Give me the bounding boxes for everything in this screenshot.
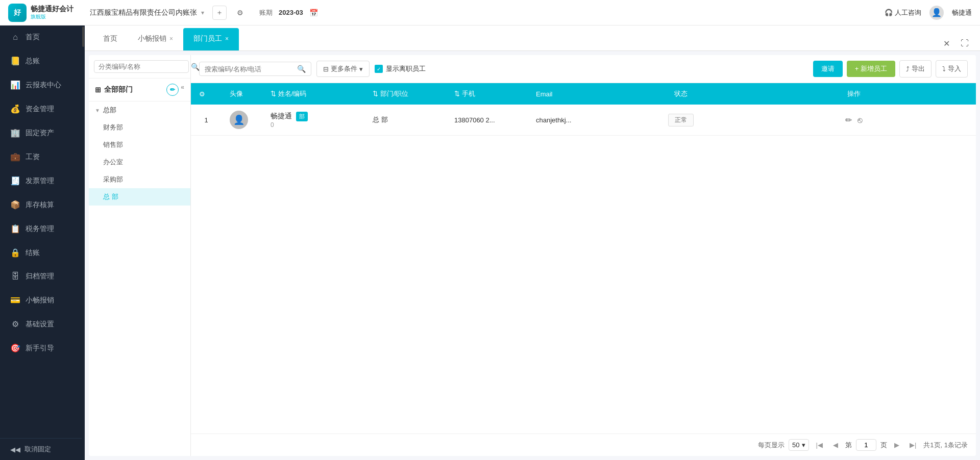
- more-filter-button[interactable]: ⊟ 更多条件 ▾: [316, 61, 370, 77]
- collapse-button[interactable]: «: [181, 84, 184, 96]
- edit-employee-button[interactable]: ✏: [845, 116, 852, 124]
- dept-item-bangongshi[interactable]: 办公室: [89, 154, 190, 171]
- sidebar-label-ledger: 总账: [26, 57, 40, 66]
- col-avatar: 头像: [222, 83, 262, 105]
- dept-caiwubu-label: 财务部: [103, 123, 123, 131]
- dept-xiaoshoubu-label: 销售部: [103, 141, 123, 148]
- add-employee-button[interactable]: + 新增员工: [847, 61, 895, 77]
- col-settings[interactable]: ⚙: [191, 83, 222, 105]
- col-name[interactable]: ⇅ 姓名/编码: [262, 83, 364, 105]
- calendar-icon[interactable]: 📅: [309, 9, 318, 17]
- employee-toolbar: 🔍 ⊟ 更多条件 ▾ ✓ 显示离职员工 邀请 + 新增员工: [191, 55, 976, 83]
- sidebar-item-salary[interactable]: 💼 工资: [0, 145, 82, 169]
- employee-table-container: ⚙ 头像 ⇅ 姓名/编码 ⇅ 部门/职位 ⇅ 手机: [191, 83, 976, 433]
- sidebar-scroll-thumb: [82, 27, 84, 47]
- dept-item-caigoubu[interactable]: 采购部: [89, 171, 190, 188]
- sidebar-item-reports[interactable]: 📊 云报表中心: [0, 73, 82, 97]
- sidebar-item-home[interactable]: ⌂ 首页: [0, 25, 82, 49]
- tab-bumen-close[interactable]: ×: [225, 35, 229, 42]
- logo-icon: 好: [8, 4, 27, 22]
- per-page-dropdown-icon: ▾: [802, 441, 805, 449]
- col-phone[interactable]: ⇅ 手机: [446, 83, 528, 105]
- import-button[interactable]: ⤵ 导入: [936, 60, 968, 78]
- sidebar-item-ledger[interactable]: 📒 总账: [0, 49, 82, 73]
- dept-zongbu-label: 总部: [103, 106, 116, 115]
- sidebar-item-funds[interactable]: 💰 资金管理: [0, 97, 82, 121]
- table-footer: 每页显示 50 ▾ |◀ ◀ 第 页 ▶ ▶| 共1页, 1条记录: [191, 433, 976, 456]
- dept-item-zongbu-sub[interactable]: 总 部: [89, 188, 190, 206]
- sidebar-item-guide[interactable]: 🎯 新手引导: [0, 336, 82, 360]
- archive-icon: 🗄: [10, 272, 20, 281]
- ledger-icon: 📒: [10, 56, 20, 66]
- tab-home-label: 首页: [103, 34, 117, 43]
- company-dropdown-icon[interactable]: ▾: [201, 9, 204, 16]
- sidebar-label-archive: 归档管理: [26, 272, 54, 281]
- dept-panel: 🔍 ⊞ 全部部门 ✏ « ▼ 总部: [89, 55, 191, 456]
- filter-dropdown-icon: ▾: [359, 65, 363, 73]
- page-number-input[interactable]: [856, 439, 876, 451]
- next-page-button[interactable]: ▶: [891, 440, 902, 450]
- settings-icon[interactable]: ⚙: [233, 6, 247, 20]
- logout-employee-button[interactable]: ⎋: [857, 116, 863, 124]
- toolbar-right: 邀请 + 新增员工 ⤴ 导出 ⤵ 导入: [813, 60, 968, 78]
- row-phone: 13807060 2...: [446, 105, 528, 136]
- support-button[interactable]: 🎧 人工咨询: [885, 8, 921, 17]
- user-name: 畅捷通: [952, 8, 972, 17]
- sidebar-label-funds: 资金管理: [26, 105, 54, 114]
- page-label: 页: [880, 441, 887, 450]
- row-index: 1: [191, 105, 222, 136]
- sidebar-item-assets[interactable]: 🏢 固定资产: [0, 121, 82, 145]
- tab-bumenyuangong[interactable]: 部门员工 ×: [183, 28, 239, 50]
- sidebar-item-settings[interactable]: ⚙ 基础设置: [0, 312, 82, 336]
- invite-button[interactable]: 邀请: [813, 61, 843, 77]
- employee-area: 🔍 ⊟ 更多条件 ▾ ✓ 显示离职员工 邀请 + 新增员工: [191, 55, 976, 456]
- row-actions: ✏ ⎋: [732, 105, 976, 136]
- sidebar-item-xiaochang[interactable]: 💳 小畅报销: [0, 288, 82, 312]
- tab-xiaochang-close[interactable]: ×: [169, 35, 173, 42]
- expand-tab-button[interactable]: ⛶: [958, 36, 972, 50]
- dept-search-input[interactable]: [94, 60, 189, 73]
- import-label: 导入: [948, 64, 961, 73]
- per-page-select[interactable]: 50 ▾: [789, 439, 808, 451]
- period-label: 账期: [259, 8, 273, 17]
- sidebar-item-close[interactable]: 🔒 结账: [0, 241, 82, 265]
- sidebar-scrollbar[interactable]: [82, 25, 85, 460]
- tab-xiaochangbaoxiao[interactable]: 小畅报销 ×: [128, 28, 183, 50]
- logo-text-block: 畅捷通好会计 旗舰版: [31, 5, 74, 20]
- col-email: Email: [528, 83, 630, 105]
- export-button[interactable]: ⤴ 导出: [899, 60, 932, 78]
- tab-home[interactable]: 首页: [93, 28, 128, 50]
- dept-zongbu-sub-label: 总 部: [103, 193, 118, 200]
- close-tab-button[interactable]: ✕: [939, 36, 953, 50]
- import-icon: ⤵: [942, 65, 946, 73]
- sidebar-item-archive[interactable]: 🗄 归档管理: [0, 265, 82, 288]
- dept-item-caiwubu[interactable]: 财务部: [89, 119, 190, 136]
- add-tab-button[interactable]: ＋: [212, 6, 227, 20]
- dept-item-xiaoshoubu[interactable]: 销售部: [89, 136, 190, 154]
- employee-search-input[interactable]: [205, 65, 297, 73]
- show-resigned-checkbox[interactable]: ✓: [375, 65, 383, 73]
- last-page-button[interactable]: ▶|: [906, 440, 919, 450]
- prev-page-button[interactable]: ◀: [830, 440, 841, 450]
- logo-area: 好 畅捷通好会计 旗舰版: [8, 4, 90, 22]
- home-icon: ⌂: [10, 33, 20, 42]
- employee-name: 畅捷通: [271, 112, 292, 121]
- add-dept-button[interactable]: ✏: [166, 84, 179, 96]
- first-page-button[interactable]: |◀: [813, 440, 826, 450]
- sidebar-item-invoice[interactable]: 🧾 发票管理: [0, 169, 82, 193]
- per-page-value: 50: [792, 441, 799, 449]
- page-content: 🔍 ⊞ 全部部门 ✏ « ▼ 总部: [89, 55, 976, 456]
- cancel-fixed-label: 取消固定: [24, 445, 51, 454]
- sidebar-item-inventory[interactable]: 📦 库存核算: [0, 193, 82, 217]
- per-page-label: 每页显示: [758, 441, 785, 450]
- show-resigned-toggle[interactable]: ✓ 显示离职员工: [375, 64, 426, 73]
- dept-item-zongbu[interactable]: ▼ 总部: [89, 101, 190, 119]
- tree-arrow-icon: ▼: [95, 108, 100, 113]
- dept-header-left: ⊞ 全部部门: [95, 85, 133, 94]
- employee-search-icon[interactable]: 🔍: [297, 65, 306, 73]
- col-dept[interactable]: ⇅ 部门/职位: [364, 83, 446, 105]
- sidebar-item-tax[interactable]: 📋 税务管理: [0, 217, 82, 241]
- status-badge: 正常: [668, 114, 694, 126]
- cancel-fixed-button[interactable]: ◀◀ 取消固定: [0, 438, 82, 460]
- table-row: 1 👤 畅捷通 部 0: [191, 105, 976, 136]
